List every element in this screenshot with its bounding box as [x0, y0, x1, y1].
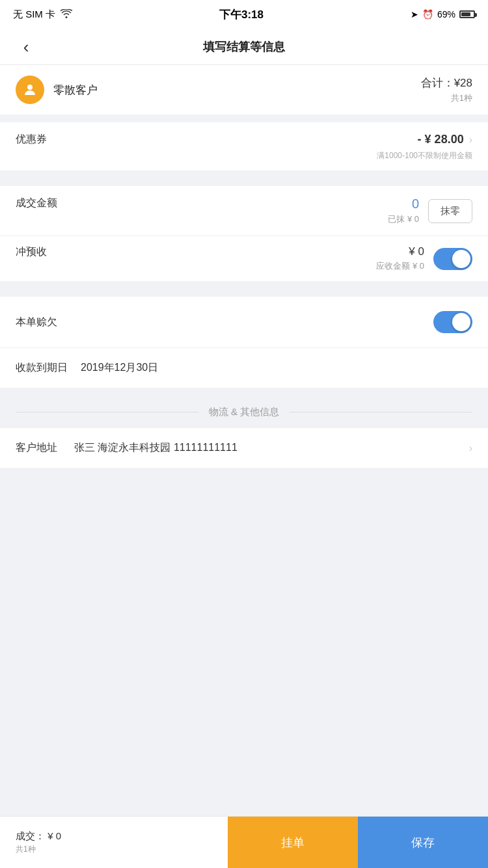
- customer-summary: 合计：¥28 共1种: [421, 75, 472, 104]
- bottom-count: 共1种: [16, 844, 212, 855]
- customer-left: 零散客户: [16, 75, 98, 104]
- battery-icon: [459, 10, 475, 18]
- logistics-label: 物流 & 其他信息: [198, 406, 290, 418]
- transaction-right: 0 已抹 ¥ 0 抹零: [388, 197, 472, 225]
- hang-button[interactable]: 挂单: [228, 817, 358, 869]
- round-zero-button[interactable]: 抹零: [428, 199, 472, 223]
- date-row: 收款到期日 2019年12月30日: [0, 347, 488, 388]
- debit-toggle-knob: [452, 313, 470, 331]
- status-right: ➤ ⏰ 69%: [411, 9, 475, 20]
- coupon-label: 优惠券: [16, 133, 68, 146]
- prepayment-right: ¥ 0 应收金额 ¥ 0: [376, 245, 472, 272]
- debit-label: 本单赊欠: [16, 316, 57, 329]
- bottom-deal-row: 成交： ¥ 0: [16, 830, 212, 843]
- customer-name: 零散客户: [53, 83, 98, 98]
- debit-toggle[interactable]: [433, 311, 472, 333]
- logistics-section: 物流 & 其他信息: [0, 396, 488, 428]
- section-divider-2: [0, 289, 488, 297]
- coupon-card[interactable]: 优惠券 - ¥ 28.00 › 满1000-100不限制使用金额: [0, 122, 488, 170]
- prepayment-sub: 应收金额 ¥ 0: [376, 260, 424, 272]
- prepayment-label: 冲预收: [16, 245, 68, 259]
- save-button[interactable]: 保存: [358, 817, 488, 869]
- toggle-knob: [452, 250, 470, 268]
- total-count: 共1种: [421, 92, 472, 104]
- coupon-row: 优惠券 - ¥ 28.00 ›: [0, 122, 488, 150]
- address-label: 客户地址: [16, 441, 74, 455]
- alarm-icon: ⏰: [422, 9, 433, 20]
- location-icon: ➤: [411, 9, 418, 20]
- battery-percent: 69%: [437, 9, 455, 20]
- avatar: [16, 75, 44, 104]
- transaction-row: 成交金额 0 已抹 ¥ 0 抹零: [0, 186, 488, 236]
- coupon-amount: - ¥ 28.00: [418, 133, 464, 146]
- nav-bar: ‹ 填写结算等信息: [0, 29, 488, 65]
- prepayment-main: ¥ 0: [376, 245, 424, 258]
- bottom-bar: 成交： ¥ 0 共1种 挂单 保存: [0, 816, 488, 868]
- bottom-deal-value: ¥ 0: [47, 830, 61, 841]
- wifi-icon: [61, 9, 72, 20]
- transaction-label: 成交金额: [16, 197, 68, 210]
- due-date-label: 收款到期日: [16, 361, 68, 375]
- back-button[interactable]: ‹: [13, 34, 39, 60]
- debit-row: 本单赊欠: [0, 297, 488, 347]
- address-chevron-icon: ›: [469, 442, 472, 454]
- address-value: 张三 海淀永丰科技园 11111111111: [74, 441, 464, 455]
- total-price: 合计：¥28: [421, 75, 472, 90]
- bottom-deal-label: 成交：: [16, 830, 45, 841]
- coupon-right: - ¥ 28.00 ›: [418, 133, 472, 146]
- prepayment-value-col: ¥ 0 应收金额 ¥ 0: [376, 245, 424, 272]
- status-time: 下午3:18: [219, 7, 264, 22]
- due-date-value: 2019年12月30日: [81, 361, 158, 375]
- transaction-sub: 已抹 ¥ 0: [388, 213, 419, 225]
- transaction-value: 0: [388, 197, 419, 211]
- section-divider-1: [0, 178, 488, 186]
- customer-row: 零散客户 合计：¥28 共1种: [0, 65, 488, 115]
- transaction-value-col: 0 已抹 ¥ 0: [388, 197, 419, 225]
- debit-card: 本单赊欠 收款到期日 2019年12月30日: [0, 297, 488, 388]
- customer-card: 零散客户 合计：¥28 共1种: [0, 65, 488, 115]
- prepayment-toggle[interactable]: [433, 248, 472, 270]
- svg-point-0: [27, 85, 33, 90]
- page-title: 填写结算等信息: [203, 39, 285, 55]
- address-card[interactable]: 客户地址 张三 海淀永丰科技园 11111111111 ›: [0, 428, 488, 468]
- coupon-chevron-icon: ›: [469, 134, 472, 146]
- bottom-summary: 成交： ¥ 0 共1种: [0, 830, 228, 855]
- content: 零散客户 合计：¥28 共1种 优惠券 - ¥ 28.00 › 满1000-10…: [0, 65, 488, 528]
- prepayment-row: 冲预收 ¥ 0 应收金额 ¥ 0: [0, 236, 488, 281]
- transaction-card: 成交金额 0 已抹 ¥ 0 抹零 冲预收 ¥ 0 应收金额 ¥ 0: [0, 186, 488, 281]
- status-bar: 无 SIM 卡 下午3:18 ➤ ⏰ 69%: [0, 0, 488, 29]
- carrier-label: 无 SIM 卡: [13, 8, 55, 21]
- coupon-desc: 满1000-100不限制使用金额: [0, 150, 488, 170]
- status-left: 无 SIM 卡: [13, 8, 72, 21]
- address-row[interactable]: 客户地址 张三 海淀永丰科技园 11111111111 ›: [0, 428, 488, 468]
